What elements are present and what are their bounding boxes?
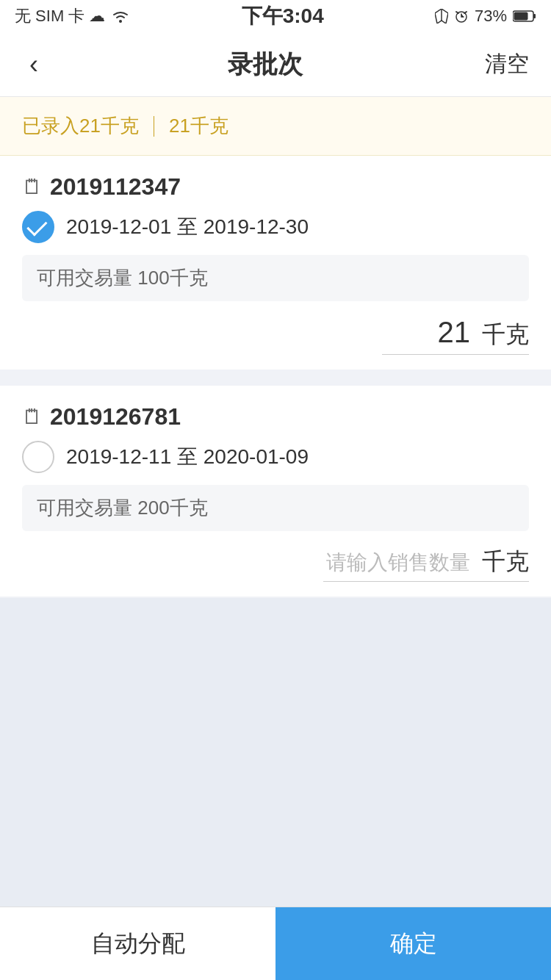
batch2-input-placeholder[interactable]: 请输入销售数量: [326, 549, 470, 577]
clear-button[interactable]: 清空: [485, 49, 529, 79]
back-button[interactable]: ‹: [22, 42, 46, 87]
batch2-avail: 可用交易量 200千克: [22, 485, 529, 531]
svg-rect-3: [533, 14, 536, 18]
batch1-header: 🗒 2019112347: [22, 173, 529, 201]
batch1-icon: 🗒: [22, 175, 43, 199]
batch1-content: 🗒 2019112347 2019-12-01 至 2019-12-30 可用交…: [0, 156, 551, 301]
batch1-qty-unit: 千克: [482, 319, 529, 351]
batch2-date-row[interactable]: 2019-12-11 至 2020-01-09: [22, 441, 529, 473]
location-icon: [435, 9, 448, 24]
batch1-avail: 可用交易量 100千克: [22, 255, 529, 301]
status-bar: 无 SIM 卡 ☁ 下午3:04 73%: [0, 0, 551, 32]
summary-banner: 已录入21千克 21千克: [0, 97, 551, 156]
batch2-input-display: 请输入销售数量 千克: [326, 546, 529, 578]
batch1-date-row[interactable]: 2019-12-01 至 2019-12-30: [22, 211, 529, 243]
batch1-qty-display: 21 千克: [438, 316, 530, 351]
battery-icon: [513, 10, 536, 22]
batch1-quantity-row: 21 千克: [0, 301, 551, 370]
batch2-input-wrapper: 请输入销售数量 千克: [323, 546, 529, 582]
batch2-header: 🗒 2019126781: [22, 403, 529, 430]
summary-divider: [154, 116, 154, 137]
alarm-icon: [454, 9, 469, 24]
auto-assign-button[interactable]: 自动分配: [0, 907, 276, 980]
batch2-id: 2019126781: [50, 403, 181, 430]
batch2-content: 🗒 2019126781 2019-12-11 至 2020-01-09 可用交…: [0, 386, 551, 531]
page-title: 录批次: [228, 48, 303, 82]
batch2-input-row[interactable]: 请输入销售数量 千克: [0, 531, 551, 597]
batch1-quantity-wrapper: 21 千克: [382, 316, 529, 355]
batch2-icon: 🗒: [22, 405, 43, 429]
batch2-input-unit: 千克: [482, 546, 529, 578]
bottom-bar: 自动分配 确定: [0, 907, 551, 980]
wifi-icon: [111, 9, 130, 24]
batch1-underline: [382, 354, 529, 355]
summary-label: 已录入21千克: [22, 113, 139, 139]
batch2-date: 2019-12-11 至 2020-01-09: [66, 443, 309, 471]
summary-value: 21千克: [169, 113, 228, 139]
battery-text: 73%: [475, 7, 507, 26]
batch1-date: 2019-12-01 至 2019-12-30: [66, 213, 309, 241]
batch2-card: 🗒 2019126781 2019-12-11 至 2020-01-09 可用交…: [0, 386, 551, 597]
batch2-underline: [323, 581, 529, 582]
sim-label: 无 SIM 卡 ☁: [15, 5, 105, 27]
status-left: 无 SIM 卡 ☁: [15, 5, 130, 27]
batch1-card: 🗒 2019112347 2019-12-01 至 2019-12-30 可用交…: [0, 156, 551, 370]
status-right: 73%: [435, 7, 536, 26]
svg-rect-4: [514, 12, 527, 21]
section-separator-1: [0, 371, 551, 386]
confirm-button[interactable]: 确定: [276, 907, 551, 980]
batch1-id: 2019112347: [50, 173, 181, 201]
batch1-radio[interactable]: [22, 211, 54, 243]
svg-point-0: [119, 20, 122, 23]
status-time: 下午3:04: [242, 2, 324, 30]
nav-bar: ‹ 录批次 清空: [0, 32, 551, 97]
batch2-radio[interactable]: [22, 441, 54, 473]
batch1-qty-value: 21: [438, 316, 471, 349]
